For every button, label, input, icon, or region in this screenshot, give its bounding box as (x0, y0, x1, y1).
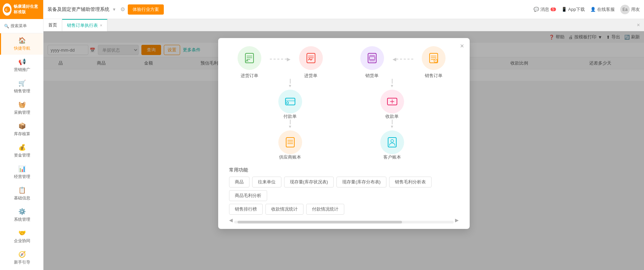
payment-label: 付款单 (283, 113, 297, 120)
sidebar-nav: 🏠 快捷导航 📢 营销推广 🛒 销售管理 🧺 采购管理 📦 库存核算 💰 (0, 33, 43, 270)
flow-diagram: 进货订单 ▶ (229, 46, 459, 160)
tab-sales-order[interactable]: 销售订单执行表 × (62, 19, 107, 31)
message-icon: 💬 (534, 7, 539, 12)
receipt-label: 收款单 (385, 113, 399, 120)
basic-icon: 📋 (18, 186, 26, 194)
tab-bar: 首页 销售订单执行表 × × (43, 19, 644, 31)
home-icon: 🏠 (18, 37, 26, 44)
func-btn-receipt-stats[interactable]: 收款情况统计 (265, 204, 303, 215)
scroll-left-arrow[interactable]: ◀ (229, 217, 233, 223)
message-badge: 5 (551, 7, 556, 11)
tab-close-icon[interactable]: × (100, 23, 102, 28)
popup-overlay: × 进货订单 (43, 31, 644, 270)
topbar-right: 💬 消息 5 📱 App下载 👤 在线客服 Ea 用友 (534, 5, 640, 14)
system-title: 装备及固定资产辅助管理系统 (48, 6, 109, 13)
content-area: ❓ 帮助 🖨 按模板打印 ▼ ⬆ 导出 🔄 刷新 (43, 31, 644, 270)
scrollbar-thumb (238, 221, 402, 223)
enterprise-icon: 🤝 (18, 229, 26, 237)
sales-icon: 🛒 (18, 79, 26, 87)
sidebar-item-marketing[interactable]: 📢 营销推广 (0, 55, 43, 76)
popup-scrollbar (234, 221, 454, 223)
func-buttons-row1: 商品 往来单位 现存量(库存状况表) 现存量(库存分布表) 销售毛利分析表 商品… (229, 177, 459, 201)
top-bar: 装备及固定资产辅助管理系统 ▼ ⚙ 体验行业方案 💬 消息 5 📱 App下载 … (43, 0, 644, 19)
message-button[interactable]: 💬 消息 5 (534, 6, 556, 13)
service-icon: 👤 (590, 7, 596, 12)
logo-icon: 6 (3, 3, 12, 16)
sales-circle (360, 46, 384, 70)
popup-close-button[interactable]: × (460, 42, 464, 50)
sidebar: 6 畅康通好生意 标准版 🔍 搜索菜单 🏠 快捷导航 📢 营销推广 🛒 销售管理 (0, 0, 43, 270)
sidebar-item-inventory[interactable]: 📦 库存核算 (0, 119, 43, 140)
receipt-circle (380, 90, 404, 113)
purchase-order-label: 进货订单 (241, 73, 258, 79)
sidebar-item-guide[interactable]: 🧭 新手引导 (0, 247, 43, 269)
flow-node-sales-order[interactable]: 销售订单 (413, 46, 454, 79)
func-btn-stock-dist[interactable]: 现存量(库存分布表) (336, 177, 386, 187)
customer-account-label: 客户账本 (383, 154, 401, 160)
tab-home-label: 首页 (48, 22, 57, 28)
common-funcs-section: 常用功能 商品 往来单位 现存量(库存状况表) 现存量(库存分布表) 销售毛利分… (229, 167, 459, 215)
sidebar-item-sales[interactable]: 🛒 销售管理 (0, 76, 43, 97)
phone-icon: 📱 (561, 7, 567, 12)
online-service-button[interactable]: 👤 在线客服 (590, 6, 615, 13)
sales-order-circle (422, 46, 446, 70)
operation-icon: 📊 (18, 165, 26, 173)
sidebar-item-quick[interactable]: 🏠 快捷导航 (0, 33, 43, 55)
popup-panel: × 进货订单 (218, 38, 470, 229)
tab-home[interactable]: 首页 (43, 19, 62, 31)
settings-gear-icon[interactable]: ⚙ (120, 6, 125, 13)
megaphone-icon: 📢 (18, 58, 26, 66)
func-btn-sales-profit[interactable]: 销售毛利分析表 (389, 177, 432, 187)
user-avatar: Ea (620, 5, 630, 14)
experience-btn[interactable]: 体验行业方案 (128, 4, 164, 15)
sidebar-search-section: 🔍 搜索菜单 (0, 19, 43, 33)
purchase-order-circle (238, 46, 261, 70)
flow-node-purchase-order[interactable]: 进货订单 (229, 46, 270, 79)
purchase-icon: 🧺 (18, 101, 26, 108)
sidebar-item-system[interactable]: ⚙️ 系统管理 (0, 204, 43, 226)
payment-circle (278, 90, 302, 113)
svg-rect-20 (285, 100, 295, 102)
func-btn-sales-rank[interactable]: 销售排行榜 (229, 204, 263, 215)
guide-icon: 🧭 (18, 251, 26, 258)
purchase-circle (299, 46, 323, 70)
dropdown-arrow[interactable]: ▼ (112, 7, 116, 12)
func-btn-stock-status[interactable]: 现存量(库存状况表) (284, 177, 334, 187)
func-btn-payment-stats[interactable]: 付款情况统计 (306, 204, 344, 215)
func-btn-product-profit[interactable]: 商品毛利分析 (229, 190, 267, 201)
system-icon: ⚙️ (18, 208, 26, 215)
sidebar-item-purchase[interactable]: 🧺 采购管理 (0, 97, 43, 119)
scroll-right-arrow[interactable]: ▶ (455, 217, 459, 223)
sidebar-item-finance[interactable]: 💰 资金管理 (0, 140, 43, 162)
tab-bar-close-button[interactable]: × (633, 22, 644, 28)
logo-text: 畅康通好生意 标准版 (14, 4, 40, 15)
sidebar-item-operation[interactable]: 📊 经营管理 (0, 162, 43, 183)
svg-rect-25 (286, 138, 294, 147)
sidebar-item-enterprise[interactable]: 🤝 企业协同 (0, 226, 43, 247)
func-btn-product[interactable]: 商品 (229, 177, 249, 187)
svg-rect-2 (245, 53, 254, 63)
svg-rect-11 (369, 57, 375, 59)
sales-order-label: 销售订单 (425, 73, 442, 79)
inventory-icon: 📦 (18, 122, 26, 130)
supplier-account-circle (278, 130, 302, 154)
supplier-account-label: 供应商账本 (279, 154, 301, 160)
app-download-button[interactable]: 📱 App下载 (561, 6, 585, 13)
svg-rect-6 (307, 53, 315, 63)
svg-rect-13 (430, 53, 438, 63)
flow-node-purchase[interactable]: 进货单 (291, 46, 331, 79)
flow-node-sales[interactable]: 销货单 (352, 46, 393, 79)
tab-sales-order-label: 销售订单执行表 (67, 22, 98, 29)
svg-point-30 (391, 140, 394, 142)
popup-scroll-row: ◀ ▶ (229, 217, 459, 223)
func-btn-partner[interactable]: 往来单位 (252, 177, 281, 187)
sales-label: 销货单 (365, 73, 379, 79)
svg-text:6: 6 (5, 8, 7, 12)
sidebar-item-basic[interactable]: 📋 基础信息 (0, 183, 43, 204)
user-button[interactable]: Ea 用友 (620, 5, 640, 14)
finance-icon: 💰 (18, 144, 26, 151)
func-buttons-row2: 销售排行榜 收款情况统计 付款情况统计 (229, 204, 459, 215)
common-funcs-title: 常用功能 (229, 167, 459, 173)
main-area: 装备及固定资产辅助管理系统 ▼ ⚙ 体验行业方案 💬 消息 5 📱 App下载 … (43, 0, 644, 270)
search-menu-button[interactable]: 🔍 搜索菜单 (3, 22, 40, 30)
